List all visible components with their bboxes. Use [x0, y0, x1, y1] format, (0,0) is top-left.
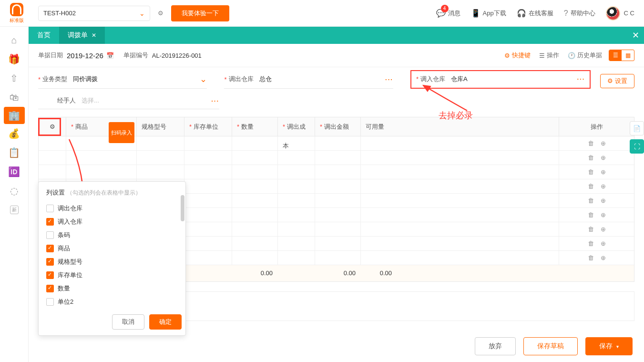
checkbox[interactable]: [46, 298, 54, 306]
copy-icon[interactable]: ⊕: [601, 254, 606, 261]
col-avail[interactable]: 可用量: [361, 117, 559, 136]
checkbox[interactable]: [46, 205, 54, 212]
help-center-label: 帮助中心: [571, 9, 595, 18]
tabs-bar: 首页 调拨单 ✕ ✕: [29, 27, 644, 44]
action-link[interactable]: ☰操作: [539, 51, 559, 60]
column-item[interactable]: 商品: [42, 242, 182, 255]
nav-clipboard-icon[interactable]: 📋: [0, 143, 29, 162]
copy-icon[interactable]: ⊕: [601, 226, 606, 233]
in-wh-value: 仓库A: [451, 75, 577, 83]
cancel-button[interactable]: 取消: [112, 314, 144, 330]
col-product[interactable]: *商品扫码录入: [66, 117, 137, 136]
clock-icon: 🕐: [568, 52, 575, 59]
column-item[interactable]: 数量: [42, 282, 182, 295]
checkbox[interactable]: [46, 271, 54, 279]
nav-new-icon[interactable]: 新: [0, 200, 29, 219]
checkbox[interactable]: [46, 258, 54, 266]
user-menu[interactable]: C C: [606, 6, 634, 21]
copy-icon[interactable]: ⊕: [601, 168, 606, 176]
more-icon[interactable]: ···: [577, 75, 585, 83]
nav-circle-icon[interactable]: ◌: [0, 181, 29, 200]
date-value[interactable]: 2019-12-26: [67, 52, 103, 60]
handler-field[interactable]: 经手人 选择... ···: [38, 96, 219, 109]
column-item[interactable]: 条码: [42, 228, 182, 242]
close-icon[interactable]: ✕: [92, 32, 96, 39]
delete-icon[interactable]: 🗑: [588, 211, 594, 218]
col-model[interactable]: 规格型号: [137, 117, 184, 136]
delete-icon[interactable]: 🗑: [588, 154, 594, 161]
history-link[interactable]: 🕐历史单据: [568, 51, 602, 60]
logo-label: 标准版: [10, 17, 24, 24]
col-qty[interactable]: *数量: [232, 117, 278, 136]
nav-home-icon[interactable]: ⌂: [0, 31, 29, 50]
column-item[interactable]: 调入仓库: [42, 215, 182, 228]
col-amt[interactable]: *调出金额: [315, 117, 361, 136]
copy-icon[interactable]: ⊕: [601, 154, 606, 161]
copy-icon[interactable]: ⊕: [601, 183, 606, 190]
checkbox[interactable]: [46, 218, 54, 226]
table-row[interactable]: 🗑⊕: [39, 151, 634, 165]
delete-icon[interactable]: 🗑: [588, 183, 594, 190]
nav-id-icon[interactable]: 🆔: [0, 162, 29, 181]
more-icon[interactable]: ···: [385, 76, 393, 83]
col-unit[interactable]: *库存单位: [184, 117, 232, 136]
shortcut-link[interactable]: ⚙快捷键: [504, 51, 531, 60]
scan-badge[interactable]: 扫码录入: [109, 122, 134, 143]
more-icon[interactable]: ···: [211, 97, 219, 104]
biz-type-field[interactable]: * 业务类型 同价调拨 ⌄: [38, 74, 207, 89]
scrollbar-thumb[interactable]: [181, 195, 184, 221]
checkbox[interactable]: [46, 285, 54, 292]
settings-button[interactable]: ⚙ 设置: [600, 74, 634, 88]
view-list-icon[interactable]: ☰: [609, 50, 622, 61]
ok-button[interactable]: 确定: [149, 314, 182, 330]
delete-icon[interactable]: 🗑: [588, 168, 594, 176]
delete-icon[interactable]: 🗑: [588, 197, 594, 204]
calendar-icon[interactable]: 📅: [106, 52, 114, 59]
delete-icon[interactable]: 🗑: [588, 140, 594, 147]
nav-house-up-icon[interactable]: ⇧: [0, 69, 29, 88]
column-item[interactable]: 单位2: [42, 295, 182, 309]
chevron-down-icon[interactable]: ⌄: [200, 74, 207, 84]
column-item[interactable]: 调出仓库: [42, 202, 182, 215]
out-wh-value: 总仓: [259, 75, 386, 83]
copy-icon[interactable]: ⊕: [601, 197, 606, 204]
note-toggle-icon[interactable]: 📄: [630, 121, 644, 135]
tab-transfer[interactable]: 调拨单 ✕: [59, 27, 105, 44]
tab-home[interactable]: 首页: [29, 27, 59, 44]
online-service-link[interactable]: 🎧 在线客服: [517, 9, 553, 18]
column-settings-popup: 列设置 （勾选的列会在表格中显示） 调出仓库调入仓库条码商品规格型号库存单位数量…: [38, 181, 186, 336]
col-cost[interactable]: *调出成本: [278, 117, 315, 136]
fullscreen-icon[interactable]: ⛶: [630, 139, 644, 154]
discard-button[interactable]: 放弃: [475, 337, 516, 355]
nav-bag-icon[interactable]: 🛍: [0, 88, 29, 107]
app-download-link[interactable]: 📱 App下载: [471, 9, 506, 18]
col-ops: 操作: [559, 117, 634, 136]
delete-icon[interactable]: 🗑: [588, 254, 594, 261]
trial-button[interactable]: 我要体验一下: [171, 5, 229, 21]
delete-icon[interactable]: 🗑: [588, 226, 594, 233]
nav-warehouse-icon[interactable]: 🏢: [4, 107, 25, 124]
store-selector[interactable]: TEST-H002 ⌄: [38, 6, 150, 21]
nav-gift-icon[interactable]: 🎁: [0, 50, 29, 69]
copy-icon[interactable]: ⊕: [601, 140, 606, 147]
save-button[interactable]: 保存▾: [585, 337, 633, 355]
checkbox[interactable]: [46, 245, 54, 252]
delete-icon[interactable]: 🗑: [588, 240, 594, 247]
copy-icon[interactable]: ⊕: [601, 211, 606, 218]
date-label: 单据日期: [38, 51, 63, 60]
save-draft-button[interactable]: 保存草稿: [523, 337, 578, 355]
nav-money-icon[interactable]: 💰: [0, 124, 29, 143]
column-settings-button[interactable]: ⚙: [39, 117, 66, 136]
column-item[interactable]: 库存单位: [42, 269, 182, 282]
messages-link[interactable]: 💬 消息 4: [436, 9, 460, 18]
view-grid-icon[interactable]: ▦: [622, 50, 634, 61]
help-center-link[interactable]: ? 帮助中心: [564, 9, 595, 18]
table-row[interactable]: 🗑⊕: [39, 165, 634, 179]
checkbox[interactable]: [46, 231, 54, 239]
copy-icon[interactable]: ⊕: [601, 240, 606, 247]
close-all-tabs-icon[interactable]: ✕: [627, 27, 644, 44]
out-warehouse-field[interactable]: * 调出仓库 总仓 ···: [224, 74, 393, 89]
column-item[interactable]: 规格型号: [42, 255, 182, 269]
gear-icon[interactable]: ⚙: [158, 10, 164, 17]
in-warehouse-field[interactable]: * 调入仓库 仓库A ···: [410, 70, 591, 89]
